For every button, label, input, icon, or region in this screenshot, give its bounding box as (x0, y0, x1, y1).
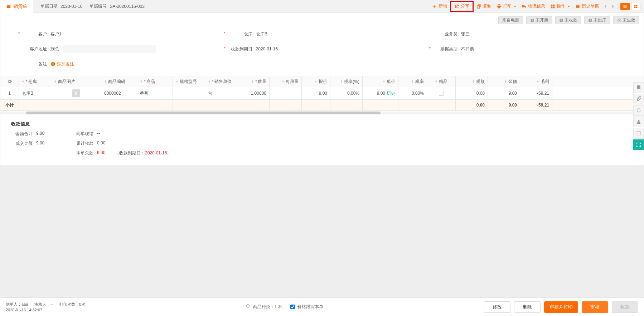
footer-meta: 制单人：aaa 审核人：-- 打印次数：0次 2020-01-16 14:32:… (6, 301, 85, 313)
svg-line-10 (618, 19, 620, 21)
col-warehouse[interactable]: *仓库 (19, 76, 51, 87)
tag-invoice[interactable]: 未开票 (526, 16, 552, 24)
col-tax-amount[interactable]: 税额 (456, 76, 488, 87)
footer-timestamp: 2020-01-16 14:32:07 (6, 307, 85, 313)
gift-checkbox[interactable] (439, 91, 444, 96)
tag-source: 来自电脑 (498, 16, 523, 24)
modify-button[interactable]: 修改 (484, 301, 510, 313)
tag-stock[interactable]: 未出库 (584, 16, 610, 24)
footer-bar: 制单人：aaa 审核人：-- 打印次数：0次 2020-01-16 14:32:… (0, 297, 644, 316)
next-record-button[interactable] (610, 3, 617, 10)
copy-icon (476, 4, 481, 9)
audit-button[interactable]: 审核 (582, 301, 608, 313)
field-invoice-type: 票据类型 不开票 (432, 44, 629, 54)
row-amount: 9.00 (488, 87, 520, 99)
doc-number: 单据编号 SA-20200116-003 (89, 3, 144, 9)
history-button[interactable]: 历史单据 (573, 2, 601, 10)
share-button[interactable]: 分享 (452, 2, 471, 10)
col-gift[interactable]: 赠品 (427, 76, 456, 87)
receive-button[interactable]: 收款 (612, 301, 638, 313)
field-customer: 客户 客户1 (22, 29, 219, 39)
rail-collapse-button[interactable] (633, 128, 644, 139)
rail-expand-button[interactable] (633, 139, 644, 150)
col-spec[interactable]: 规格型号 (173, 76, 205, 87)
share-icon (454, 4, 459, 9)
svg-rect-1 (532, 20, 533, 21)
row-qty: 1.00000 (237, 87, 270, 99)
status-tags: 来自电脑 未开票 未收款 未出库 未生效 (0, 13, 644, 28)
col-tax-rate[interactable]: 税率 (398, 76, 427, 87)
col-code[interactable]: 商品编码 (101, 76, 137, 87)
toolbar-actions: 新增 分享 复制 打印 物流信息 操作 (430, 1, 640, 12)
col-profit[interactable]: 毛利 (520, 76, 552, 87)
history-icon (575, 4, 580, 9)
col-price[interactable]: 单价 (363, 76, 398, 87)
active-tab[interactable]: 销货单 (0, 0, 33, 13)
col-name[interactable]: *商品 (137, 76, 173, 87)
rail-note-button[interactable] (633, 82, 644, 93)
copy-button[interactable]: 复制 (474, 2, 494, 10)
share-highlight-box: 分享 (450, 1, 474, 12)
field-address: 客户地址 刘总 (22, 44, 219, 54)
footer-buttons: 修改 删除 审核并打印 审核 收款 (484, 301, 638, 313)
tag-effect[interactable]: 未生效 (613, 16, 639, 24)
info-icon (588, 18, 592, 23)
follow-price-checkbox[interactable]: 价格跟踪本单 (289, 303, 323, 310)
rail-refresh-button[interactable] (633, 105, 644, 116)
field-due-date: 收款到期日 2020-01-16 (227, 44, 424, 54)
svg-rect-5 (561, 19, 562, 20)
col-qty[interactable]: *数量 (237, 76, 270, 87)
operations-button[interactable]: 操作 (548, 2, 572, 10)
print-button[interactable]: 打印 (494, 2, 519, 10)
logistics-button[interactable]: 物流信息 (519, 2, 547, 10)
new-button[interactable]: 新增 (430, 2, 449, 10)
chevron-right-icon (610, 3, 617, 10)
address-masked (63, 45, 156, 53)
view-card-button[interactable] (631, 3, 640, 10)
info-icon (559, 18, 563, 23)
col-discount[interactable]: 税率(%) (330, 76, 363, 87)
follow-price-input[interactable] (290, 305, 295, 309)
user-icon (636, 119, 641, 125)
rail-user-button[interactable] (633, 117, 644, 127)
plus-circle-icon (50, 61, 55, 66)
svg-rect-7 (590, 20, 591, 21)
image-placeholder-icon: b (72, 89, 80, 97)
tag-receipt[interactable]: 未收款 (555, 16, 581, 24)
subtotal-label: 小计 (0, 100, 19, 110)
accum-row: 累计收款0.00 (72, 140, 171, 147)
doc-date: 单据日期 2020-01-16 (40, 3, 82, 9)
col-list-price[interactable]: 报价 (302, 76, 330, 87)
delete-button[interactable]: 删除 (514, 301, 541, 313)
row-discount: 0.00% (330, 87, 363, 99)
col-image[interactable]: 商品图片 (51, 76, 101, 87)
subtotal-profit: -59.21 (520, 100, 552, 110)
info-icon (530, 18, 534, 23)
row-spec (173, 87, 205, 99)
truck-icon (522, 4, 527, 9)
footer-center: 商品种类：1 种 价格跟踪本单 (90, 303, 479, 310)
field-salesman: 业务员 张三 (432, 29, 629, 39)
col-sale-unit[interactable]: *销售单位 (205, 76, 237, 87)
prev-record-button[interactable] (602, 3, 609, 10)
row-code: 0000002 (101, 87, 137, 99)
row-price: 9.00 历史 (363, 87, 398, 99)
row-avail (270, 87, 302, 99)
horizontal-scrollbar[interactable] (0, 111, 644, 115)
right-rail (633, 82, 644, 150)
deal-amount: 成交金额9.00 (11, 140, 50, 147)
add-remark-link[interactable]: 添加备注 (50, 61, 74, 67)
col-settings[interactable] (0, 76, 19, 87)
card-view-icon (633, 4, 638, 9)
col-avail[interactable]: 可用量 (270, 76, 302, 87)
tab-title: 销货单 (13, 3, 27, 10)
view-list-button[interactable] (620, 3, 630, 10)
price-history-link[interactable]: 历史 (387, 90, 395, 97)
owe-row: 本单欠款 9.00 （收款到期日：2020-01-16） (72, 150, 171, 156)
audit-print-button[interactable]: 审核并打印 (544, 301, 578, 313)
rail-attach-button[interactable] (633, 94, 644, 104)
table-row[interactable]: 1 仓库B b 0000002 香蕉 台 1.00000 9.00 0.00% … (0, 87, 644, 100)
subtotal-tax: 0.00 (456, 100, 488, 110)
col-amount[interactable]: 金额 (488, 76, 520, 87)
row-gift (427, 87, 456, 99)
